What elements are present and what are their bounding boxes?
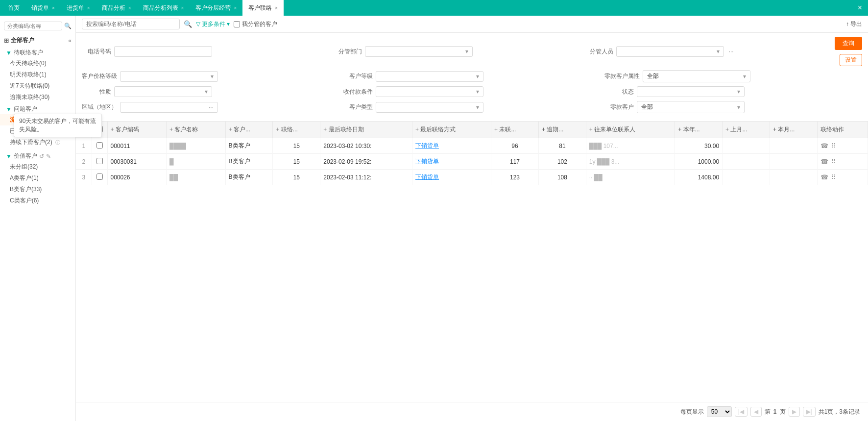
filter-select-price-level[interactable]: ▾ bbox=[120, 71, 218, 82]
filter-select-zero-attr[interactable]: 全部 ▾ bbox=[643, 70, 750, 82]
tab-analysis-list-close[interactable]: × bbox=[181, 5, 184, 11]
action-contact-icon-2[interactable]: ☎ bbox=[820, 173, 828, 181]
current-page: 1 bbox=[773, 408, 777, 415]
churn-tooltip-text: 90天未交易的客户，可能有流失风险。 bbox=[19, 118, 96, 133]
last-page-btn[interactable]: ▶| bbox=[803, 407, 816, 417]
filter-select-customer-level[interactable]: ▾ bbox=[376, 71, 483, 82]
per-page-select[interactable]: 50 100 200 bbox=[707, 406, 732, 417]
cell-overdue-1: 102 bbox=[538, 154, 586, 170]
sidebar-all-customers[interactable]: ⊞ 全部客户 « bbox=[0, 34, 75, 47]
sidebar-search-icon[interactable]: 🔍 bbox=[64, 23, 72, 29]
row-checkbox-1[interactable] bbox=[96, 158, 103, 164]
cell-code-1: 00030031 bbox=[107, 154, 167, 170]
cell-method-1[interactable]: 下销货单 bbox=[412, 154, 491, 170]
value-refresh-icon[interactable]: ↺ bbox=[39, 153, 44, 160]
sidebar-collapse-icon[interactable]: « bbox=[68, 37, 72, 44]
action-more-icon-0[interactable]: ⠿ bbox=[831, 142, 836, 149]
filter-row-1: 电话号码 分管部门 ▾ 分管人员 ▾ ··· bbox=[82, 37, 862, 66]
page-number-suffix: 页 bbox=[780, 408, 786, 416]
region-dots[interactable]: ··· bbox=[209, 104, 214, 111]
select-arrow-zero-customer: ▾ bbox=[737, 104, 740, 111]
sidebar-item-declining[interactable]: 持续下滑客户(2) ⓘ bbox=[0, 137, 75, 148]
tab-home[interactable]: 首页 bbox=[2, 0, 25, 16]
tab-purchase[interactable]: 进货单 × bbox=[61, 0, 96, 16]
tab-sales-close[interactable]: × bbox=[52, 5, 55, 11]
filter-select-region[interactable]: ··· bbox=[120, 102, 218, 113]
filter-select-gender[interactable]: ▾ bbox=[114, 86, 212, 97]
tab-customer-tier-close[interactable]: × bbox=[234, 5, 237, 11]
tab-sales[interactable]: 销货单 × bbox=[25, 0, 61, 16]
action-more-icon-2[interactable]: ⠿ bbox=[831, 173, 836, 181]
sidebar-item-class-a[interactable]: A类客户(1) bbox=[0, 173, 75, 184]
tab-customer-contact-close[interactable]: × bbox=[275, 5, 278, 11]
action-more-icon-1[interactable]: ⠿ bbox=[831, 158, 836, 165]
filter-search-input[interactable] bbox=[82, 19, 180, 29]
sidebar-item-7days[interactable]: 近7天待联络(0) bbox=[0, 80, 75, 92]
filter-field-phone: 电话号码 bbox=[82, 46, 329, 57]
cell-checkbox-2[interactable] bbox=[92, 170, 107, 185]
col-code: + 客户编码 bbox=[107, 122, 167, 138]
tab-analysis-list[interactable]: 商品分析列表 × bbox=[137, 0, 190, 16]
cell-date-1: 2023-02-09 19:52: bbox=[320, 154, 412, 170]
filter-more-button[interactable]: ▽ 更多条件 ▾ bbox=[196, 20, 230, 28]
filter-select-customer-type[interactable]: ▾ bbox=[376, 102, 483, 113]
filter-search-button[interactable]: 🔍 bbox=[184, 20, 192, 28]
cell-action-2[interactable]: ☎ ⠿ bbox=[817, 170, 868, 185]
cell-action-1[interactable]: ☎ ⠿ bbox=[817, 154, 868, 170]
first-page-btn[interactable]: |◀ bbox=[735, 407, 747, 417]
tab-purchase-close[interactable]: × bbox=[87, 5, 90, 11]
tab-bar-close[interactable]: × bbox=[858, 3, 866, 12]
filter-row-4: 区域（地区） ··· 客户类型 ▾ 零款客户 全部 bbox=[82, 101, 862, 113]
tab-customer-tier[interactable]: 客户分层经营 × bbox=[190, 0, 242, 16]
col-this-month-label: + 本月... bbox=[773, 126, 795, 133]
cell-code-2: 000026 bbox=[107, 170, 167, 185]
tab-analysis-close[interactable]: × bbox=[128, 5, 131, 11]
export-button[interactable]: ↑ 导出 bbox=[846, 20, 862, 28]
my-customers-checkbox[interactable] bbox=[234, 21, 240, 27]
value-edit-icon[interactable]: ✎ bbox=[46, 153, 51, 160]
sidebar-item-overdue[interactable]: 逾期未联络(30) bbox=[0, 92, 75, 103]
query-button[interactable]: 查询 bbox=[835, 37, 862, 50]
filter-select-person[interactable]: ▾ bbox=[616, 46, 724, 57]
sidebar-group-value: ▼ 价值客户 ↺ ✎ bbox=[0, 150, 75, 161]
row-checkbox-0[interactable] bbox=[96, 142, 103, 149]
filter-select-zero-customer[interactable]: 全部 ▾ bbox=[637, 101, 745, 113]
setting-button[interactable]: 设置 bbox=[840, 54, 862, 66]
sidebar-group-value-label: 价值客户 bbox=[14, 152, 37, 160]
sidebar-search-input[interactable] bbox=[4, 22, 62, 30]
sidebar-item-class-c[interactable]: C类客户(6) bbox=[0, 195, 75, 206]
sidebar-group-problem-label: 问题客户 bbox=[14, 105, 37, 113]
cell-checkbox-0[interactable] bbox=[92, 138, 107, 154]
col-overdue: + 逾期... bbox=[538, 122, 586, 138]
info-icon-declining: ⓘ bbox=[55, 140, 60, 145]
filter-input-phone[interactable] bbox=[114, 46, 212, 57]
filter-dots-1[interactable]: ··· bbox=[729, 48, 734, 55]
next-page-btn[interactable]: ▶ bbox=[789, 407, 800, 417]
prev-page-btn[interactable]: ◀ bbox=[750, 407, 762, 417]
sidebar: 🔍 ⊞ 全部客户 « ▼ 待联络客户 今天待联络(0) 明天待联络(1) 近7天… bbox=[0, 16, 76, 421]
filter-label-customer-type: 客户类型 bbox=[343, 103, 373, 111]
col-year-amount: + 本年... bbox=[675, 122, 723, 138]
filter-row-3: 性质 ▾ 收付款条件 ▾ 状态 bbox=[82, 86, 862, 97]
filter-select-zero-attr-value: 全部 bbox=[647, 72, 659, 80]
sidebar-item-today[interactable]: 今天待联络(0) bbox=[0, 58, 75, 69]
filter-my-customers[interactable]: 我分管的客户 bbox=[234, 20, 277, 28]
col-liaison: + 往来单位联系人 bbox=[586, 122, 675, 138]
col-this-month: + 本月... bbox=[770, 122, 817, 138]
sidebar-item-ungrouped[interactable]: 未分组(32) bbox=[0, 161, 75, 173]
filter-label-customer-level: 客户等级 bbox=[343, 72, 373, 80]
tab-customer-contact[interactable]: 客户联络 × bbox=[242, 0, 284, 16]
action-contact-icon-0[interactable]: ☎ bbox=[820, 142, 828, 149]
filter-select-payment[interactable]: ▾ bbox=[376, 86, 483, 97]
cell-checkbox-1[interactable] bbox=[92, 154, 107, 170]
tab-analysis[interactable]: 商品分析 × bbox=[96, 0, 137, 16]
cell-action-0[interactable]: ☎ ⠿ bbox=[817, 138, 868, 154]
row-checkbox-2[interactable] bbox=[96, 173, 103, 180]
cell-method-2[interactable]: 下销货单 bbox=[412, 170, 491, 185]
cell-method-0[interactable]: 下销货单 bbox=[412, 138, 491, 154]
action-contact-icon-1[interactable]: ☎ bbox=[820, 158, 828, 165]
sidebar-item-tomorrow[interactable]: 明天待联络(1) bbox=[0, 69, 75, 80]
filter-select-dept[interactable]: ▾ bbox=[365, 46, 473, 57]
sidebar-item-class-b[interactable]: B类客户(33) bbox=[0, 184, 75, 195]
filter-select-status[interactable]: ▾ bbox=[637, 86, 745, 97]
